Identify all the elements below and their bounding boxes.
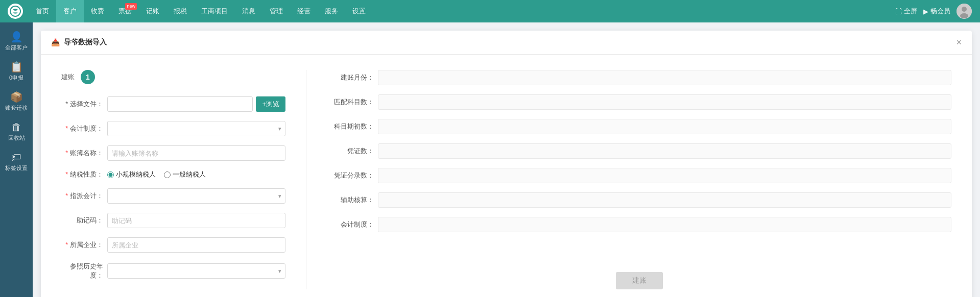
sidebar-item-tags[interactable]: 🏷 标签设置 xyxy=(0,147,33,177)
browse-button[interactable]: +浏览 xyxy=(256,96,285,112)
person-icon: 👤 xyxy=(10,32,23,42)
nav-manage[interactable]: 管理 xyxy=(262,0,290,22)
memo-row: 助记码： xyxy=(61,213,285,228)
tax-general-label[interactable]: 一般纳税人 xyxy=(164,170,206,179)
auxiliary-row: 辅助核算： xyxy=(327,192,951,208)
tax-general-text: 一般纳税人 xyxy=(173,170,206,179)
ledger-name-row: 账簿名称： xyxy=(61,145,285,161)
memo-control xyxy=(107,213,285,228)
logo-icon xyxy=(8,4,23,19)
period-opening-label: 科目期初数： xyxy=(327,122,378,131)
import-dialog: 📥 导爷数据导入 × 建账 1 * 选择文件： +浏览 xyxy=(41,31,972,297)
file-input[interactable] xyxy=(107,96,253,112)
nav-bookkeeping[interactable]: 记账 xyxy=(139,0,166,22)
build-month-row: 建账月份： xyxy=(327,70,951,85)
trash-icon: 🗑 xyxy=(11,122,21,132)
build-month-value xyxy=(378,70,951,85)
period-opening-row: 科目期初数： xyxy=(327,119,951,134)
company-label: 所属企业： xyxy=(61,240,107,250)
match-subjects-row: 匹配科目数： xyxy=(327,94,951,110)
sidebar: 👤 全部客户 📋 0申报 📦 账套迁移 🗑 回收站 🏷 标签设置 xyxy=(0,22,33,297)
tax-type-label: 纳税性质： xyxy=(61,170,107,179)
declare-icon: 📋 xyxy=(10,62,23,72)
svg-point-0 xyxy=(10,6,20,16)
nav-message[interactable]: 消息 xyxy=(235,0,262,22)
nav-right: ⛶ 全屏 ▶ 畅会员 xyxy=(895,4,980,19)
company-input[interactable] xyxy=(107,237,285,253)
create-account-button[interactable]: 建账 xyxy=(616,272,663,289)
dialog-title: 📥 导爷数据导入 xyxy=(51,38,107,47)
tax-small-label[interactable]: 小规模纳税人 xyxy=(107,170,156,179)
accounting-label: 会计制度： xyxy=(61,124,107,133)
nav-tickets[interactable]: 票据 new xyxy=(111,0,139,22)
sidebar-item-trash[interactable]: 🗑 回收站 xyxy=(0,117,33,147)
file-row: * 选择文件： +浏览 xyxy=(61,96,285,112)
history-select[interactable] xyxy=(107,263,285,279)
accountant-label: 指派会计： xyxy=(61,191,107,201)
step-header: 建账 1 xyxy=(61,70,285,84)
logo[interactable] xyxy=(4,0,27,22)
ledger-name-input[interactable] xyxy=(107,145,285,161)
info-section: 建账月份： 匹配科目数： 科目期初数： 凭证数： xyxy=(306,70,951,289)
svg-point-3 xyxy=(960,13,968,18)
period-opening-value xyxy=(378,119,951,134)
ledger-name-label: 账簿名称： xyxy=(61,148,107,158)
dialog-close-button[interactable]: × xyxy=(956,38,962,47)
match-subjects-value xyxy=(378,94,951,110)
history-row: 参照历史年度： xyxy=(61,262,285,280)
accountant-row: 指派会计： xyxy=(61,188,285,204)
svg-point-2 xyxy=(962,7,967,12)
nav-settings[interactable]: 设置 xyxy=(345,0,373,22)
accounting-system-label: 会计制度： xyxy=(327,220,378,229)
accounting-system-row: 会计制度： xyxy=(327,217,951,232)
tax-type-control: 小规模纳税人 一般纳税人 xyxy=(107,170,285,179)
step-circle: 1 xyxy=(81,70,95,84)
sidebar-item-all-clients[interactable]: 👤 全部客户 xyxy=(0,27,33,57)
tax-small-text: 小规模纳税人 xyxy=(116,170,156,179)
history-label: 参照历史年度： xyxy=(61,262,107,280)
nav-business[interactable]: 工商项目 xyxy=(194,0,235,22)
file-input-group: +浏览 xyxy=(107,96,285,112)
accountant-select-wrapper xyxy=(107,188,285,204)
fullscreen-icon: ⛶ xyxy=(895,8,902,15)
voucher-records-value xyxy=(378,168,951,183)
file-label: * 选择文件： xyxy=(61,100,107,109)
tax-small-radio[interactable] xyxy=(107,171,114,178)
match-subjects-label: 匹配科目数： xyxy=(327,97,378,107)
tag-icon: 🏷 xyxy=(11,152,21,162)
nav-tax[interactable]: 报税 xyxy=(166,0,194,22)
nav-clients[interactable]: 客户 xyxy=(56,0,84,22)
accountant-select[interactable] xyxy=(107,188,285,204)
migrate-icon: 📦 xyxy=(10,92,23,102)
tax-type-row: 纳税性质： 小规模纳税人 一般纳税人 xyxy=(61,170,285,179)
dialog-body: 建账 1 * 选择文件： +浏览 会计制度： xyxy=(41,55,972,297)
tax-radio-group: 小规模纳税人 一般纳税人 xyxy=(107,170,285,179)
accounting-select-wrapper xyxy=(107,121,285,136)
accounting-row: 会计制度： xyxy=(61,121,285,136)
company-control xyxy=(107,237,285,253)
fullscreen-button[interactable]: ⛶ 全屏 xyxy=(895,7,917,16)
memo-input[interactable] xyxy=(107,213,285,228)
accounting-system-value xyxy=(378,217,951,232)
voucher-count-label: 凭证数： xyxy=(327,146,378,156)
top-navigation: 首页 客户 收费 票据 new 记账 报税 工商项目 消息 管理 经营 服务 设… xyxy=(0,0,980,22)
nav-fees[interactable]: 收费 xyxy=(84,0,111,22)
vip-button[interactable]: ▶ 畅会员 xyxy=(923,7,950,16)
accounting-select[interactable] xyxy=(107,121,285,136)
nav-home[interactable]: 首页 xyxy=(29,0,56,22)
auxiliary-label: 辅助核算： xyxy=(327,195,378,205)
sidebar-item-declare[interactable]: 📋 0申报 xyxy=(0,57,33,87)
main-content: 📥 导爷数据导入 × 建账 1 * 选择文件： +浏览 xyxy=(33,22,980,297)
voucher-records-row: 凭证分录数： xyxy=(327,168,951,183)
sidebar-item-migrate[interactable]: 📦 账套迁移 xyxy=(0,87,33,117)
import-icon: 📥 xyxy=(51,38,60,46)
nav-service[interactable]: 服务 xyxy=(318,0,345,22)
nav-items: 首页 客户 收费 票据 new 记账 报税 工商项目 消息 管理 经营 服务 设… xyxy=(29,0,895,22)
step-label: 建账 xyxy=(61,72,75,82)
nav-operation[interactable]: 经营 xyxy=(290,0,318,22)
voucher-count-row: 凭证数： xyxy=(327,143,951,159)
tax-general-radio[interactable] xyxy=(164,171,171,178)
build-month-label: 建账月份： xyxy=(327,73,378,82)
voucher-count-value xyxy=(378,143,951,159)
user-avatar[interactable] xyxy=(957,4,972,19)
